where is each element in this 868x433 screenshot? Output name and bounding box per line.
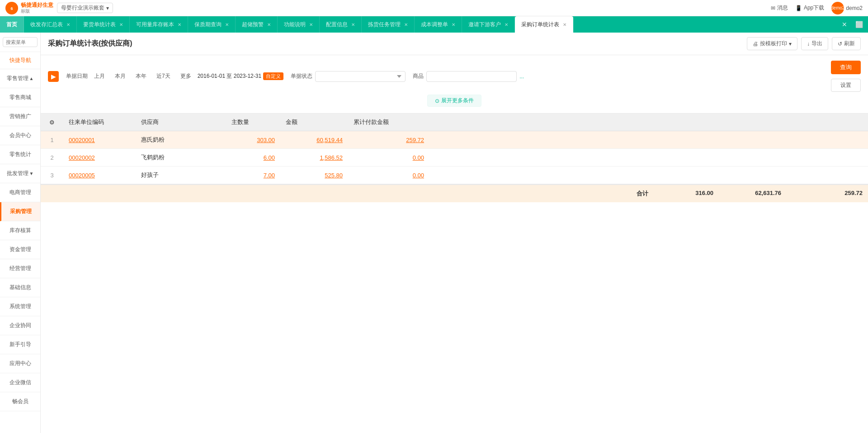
workspace-selector[interactable]: 母婴行业演示账套 ▾	[57, 3, 113, 13]
cell-extra	[429, 131, 868, 149]
tab-invite-label: 邀请下游客户	[468, 21, 501, 29]
close-overstock-icon[interactable]: ✕	[267, 22, 271, 27]
app-download-label: App下载	[804, 4, 824, 12]
close-window-icon[interactable]: ✕	[839, 19, 850, 30]
tab-picktask[interactable]: 拣货任务管理 ✕	[362, 16, 415, 33]
amount-link[interactable]: 1,586.52	[320, 154, 343, 161]
tab-expiry[interactable]: 保质期查询 ✕	[188, 16, 236, 33]
footer-qty: 316.00	[659, 190, 713, 198]
expand-button[interactable]: ⊙ 展开更多条件	[427, 95, 481, 107]
date-range: 2016-01-01 至 2023-12-31 自定义	[198, 72, 283, 80]
code-link[interactable]: 00020001	[69, 137, 95, 143]
tab-home[interactable]: 首页	[0, 16, 24, 33]
filter-goods-input[interactable]	[426, 71, 517, 82]
settings-button[interactable]: 设置	[831, 79, 861, 92]
sidebar-item-wecom[interactable]: 企业微信	[0, 373, 40, 392]
sidebar-item-purchase[interactable]: 采购管理	[0, 202, 40, 221]
sidebar-finance-label: 资金管理	[9, 246, 31, 252]
settings-icon[interactable]: ⚙	[49, 119, 55, 126]
qty-link[interactable]: 303.00	[257, 137, 275, 143]
sidebar-item-changmember[interactable]: 畅会员	[0, 392, 40, 411]
tab-funchelp[interactable]: 功能说明 ✕	[278, 16, 320, 33]
qty-link[interactable]: 7.00	[264, 172, 275, 179]
sidebar-item-collab[interactable]: 企业协同	[0, 316, 40, 335]
user-menu[interactable]: demo2 demo2	[831, 2, 863, 14]
shortcut-last-month[interactable]: 上月	[90, 71, 108, 81]
close-picktask-icon[interactable]: ✕	[404, 22, 408, 27]
sidebar-item-retailstat[interactable]: 零售统计	[0, 145, 40, 164]
tab-purchasestat[interactable]: 采购订单统计表 ✕	[515, 16, 573, 33]
sidebar-item-members[interactable]: 会员中心	[0, 126, 40, 145]
maximize-icon[interactable]: ⬜	[854, 19, 864, 30]
tab-invite[interactable]: 邀请下游客户 ✕	[462, 16, 515, 33]
close-funchelp-icon[interactable]: ✕	[309, 22, 313, 27]
sidebar-item-operations[interactable]: 经营管理	[0, 259, 40, 278]
shortcut-7days[interactable]: 近7天	[153, 71, 174, 81]
qty-link[interactable]: 6.00	[264, 154, 275, 161]
shortcut-more[interactable]: 更多	[177, 71, 195, 81]
sidebar-operations-label: 经营管理	[9, 265, 31, 271]
app-download-button[interactable]: 📱 App下载	[795, 4, 824, 12]
sidebar-item-ecommerce[interactable]: 电商管理	[0, 183, 40, 202]
tab-overstock[interactable]: 超储预警 ✕	[236, 16, 278, 33]
close-receivesummary-icon[interactable]: ✕	[66, 22, 70, 27]
tab-config[interactable]: 配置信息 ✕	[320, 16, 362, 33]
close-purchasestat-icon[interactable]: ✕	[563, 22, 566, 27]
sidebar-item-newguide[interactable]: 新手引导	[0, 335, 40, 354]
code-link[interactable]: 00020005	[69, 172, 95, 179]
sidebar-retailstat-label: 零售统计	[9, 151, 31, 157]
print-icon: 🖨	[753, 41, 758, 47]
th-amount: 金额	[280, 114, 348, 131]
nav-tabs: 首页 收发存汇总表 ✕ 要货单统计表 ✕ 可用量库存账本 ✕ 保质期查询 ✕ 超…	[0, 16, 868, 33]
sidebar-quick-nav[interactable]: 快捷导航	[0, 52, 40, 69]
close-ordersummary-icon[interactable]: ✕	[119, 22, 123, 27]
sidebar-item-retail[interactable]: 零售管理 ▲	[0, 69, 40, 88]
amount-link[interactable]: 60,519.44	[316, 137, 343, 143]
cell-qty: 6.00	[226, 149, 280, 167]
print-button[interactable]: 🖨 按模板打印 ▾	[747, 37, 797, 50]
search-input[interactable]	[3, 37, 38, 47]
paid-link[interactable]: 0.00	[413, 154, 424, 161]
shortcut-this-year[interactable]: 本年	[132, 71, 150, 81]
tab-stockbook[interactable]: 可用量库存账本 ✕	[130, 16, 188, 33]
filter-status-select[interactable]	[315, 71, 406, 82]
sidebar-sysmanage-label: 系统管理	[9, 303, 31, 309]
close-costadj-icon[interactable]: ✕	[452, 22, 455, 27]
query-button[interactable]: 查询	[831, 61, 861, 74]
sidebar-item-sysmanage[interactable]: 系统管理	[0, 297, 40, 316]
close-expiry-icon[interactable]: ✕	[225, 22, 229, 27]
code-link[interactable]: 00020002	[69, 154, 95, 161]
tab-costadj[interactable]: 成本调整单 ✕	[415, 16, 462, 33]
sidebar-stockcalc-label: 库存核算	[9, 227, 31, 233]
filter-toggle-button[interactable]: ▶	[48, 71, 59, 82]
export-button[interactable]: ↓ 导出	[801, 37, 828, 50]
sidebar-item-wholesale[interactable]: 批发管理 ▼	[0, 164, 40, 183]
paid-link[interactable]: 259.72	[406, 137, 424, 143]
close-stockbook-icon[interactable]: ✕	[178, 22, 181, 27]
th-qty: 主数量	[226, 114, 280, 131]
sidebar-item-appcenter[interactable]: 应用中心	[0, 354, 40, 373]
amount-link[interactable]: 525.80	[325, 172, 343, 179]
sidebar-item-baseinfo[interactable]: 基础信息	[0, 278, 40, 297]
tab-ordersummary[interactable]: 要货单统计表 ✕	[77, 16, 130, 33]
tab-receivesummary-label: 收发存汇总表	[30, 21, 63, 29]
tab-costadj-label: 成本调整单	[421, 21, 448, 29]
tab-receivesummary[interactable]: 收发存汇总表 ✕	[24, 16, 77, 33]
close-config-icon[interactable]: ✕	[351, 22, 355, 27]
close-invite-icon[interactable]: ✕	[505, 22, 508, 27]
sidebar-item-finance[interactable]: 资金管理	[0, 240, 40, 259]
refresh-button[interactable]: ↺ 刷新	[832, 37, 861, 50]
more-filter-button[interactable]: ...	[519, 73, 524, 80]
sidebar-item-stockcalc[interactable]: 库存核算	[0, 221, 40, 240]
shortcut-this-month[interactable]: 本月	[111, 71, 129, 81]
sidebar-item-retailmall[interactable]: 零售商城	[0, 88, 40, 107]
cell-code: 00020002	[63, 149, 136, 167]
messages-label: 消息	[777, 4, 788, 12]
paid-link[interactable]: 0.00	[413, 172, 424, 179]
messages-button[interactable]: ✉ 消息	[771, 4, 788, 12]
avatar: demo2	[831, 2, 844, 14]
filter-status-item: 单据状态	[291, 71, 406, 82]
sidebar-item-marketing[interactable]: 营销推广	[0, 107, 40, 126]
print-label: 按模板打印	[760, 40, 787, 48]
filter-area: ▶ 单据日期 上月 本月 本年 近7天 更多 2016-01-01 至 2023…	[41, 55, 868, 114]
